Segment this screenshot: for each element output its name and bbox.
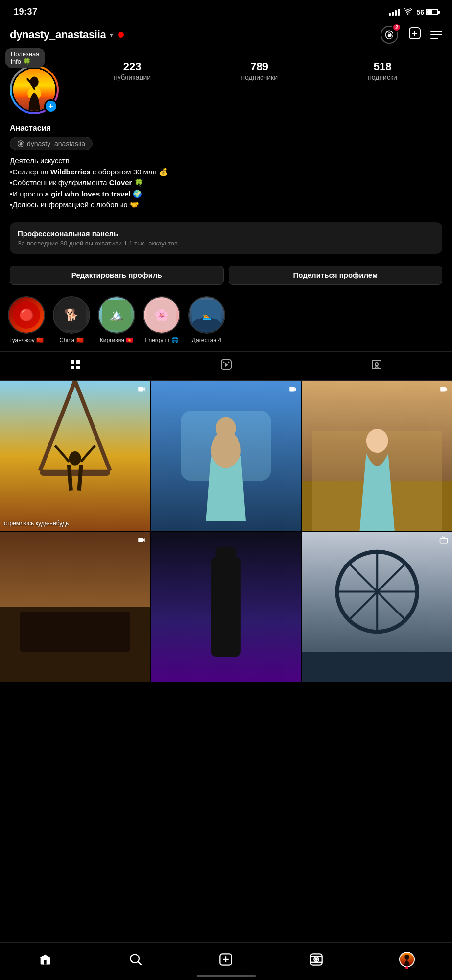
live-indicator — [118, 32, 124, 38]
svg-rect-26 — [372, 360, 381, 369]
post-item-3[interactable] — [302, 381, 452, 531]
svg-point-66 — [404, 955, 409, 960]
svg-rect-45 — [211, 557, 241, 657]
post-item-1[interactable]: стремлюсь куда-нибудь — [0, 381, 150, 531]
stat-followers[interactable]: 789 подписчики — [241, 60, 278, 82]
svg-point-24 — [223, 361, 224, 363]
publications-count: 223 — [114, 60, 151, 73]
battery-level: 56 — [416, 8, 424, 16]
svg-rect-46 — [216, 546, 236, 562]
menu-icon[interactable] — [430, 31, 442, 39]
svg-point-25 — [228, 361, 229, 363]
home-icon — [38, 953, 52, 966]
post-thumbnail-2 — [151, 381, 301, 531]
svg-point-36 — [216, 417, 236, 439]
highlight-label-energy: Energy in 🌐 — [144, 337, 178, 343]
svg-point-62 — [315, 958, 317, 960]
post-thumbnail-5 — [151, 532, 301, 682]
bio-line-3: •И просто a girl who loves to travel 🌍 — [10, 190, 142, 198]
tagged-icon — [371, 359, 382, 373]
post-item-4[interactable] — [0, 532, 150, 682]
content-tabs — [0, 351, 452, 381]
post-item-5[interactable] — [151, 532, 301, 682]
pro-panel-title: Профессиональная панель — [18, 229, 434, 238]
professional-panel[interactable]: Профессиональная панель За последние 30 … — [10, 222, 442, 254]
svg-rect-54 — [440, 538, 448, 543]
pro-panel-subtitle: За последние 30 дней вы охватили 1,1 тыс… — [18, 240, 434, 247]
bio-line-4: •Делюсь информацией с любовью 🤝 — [10, 200, 139, 209]
svg-text:🏔️: 🏔️ — [109, 308, 124, 322]
add-story-button[interactable]: + — [44, 99, 58, 113]
svg-rect-18 — [71, 360, 74, 364]
new-post-nav-icon — [219, 953, 233, 966]
nav-home[interactable] — [33, 949, 57, 970]
status-time: 19:37 — [14, 7, 38, 17]
tab-grid[interactable] — [0, 352, 151, 380]
stat-following[interactable]: 518 подписки — [368, 60, 397, 82]
followers-label: подписчики — [241, 74, 278, 81]
svg-rect-19 — [76, 360, 80, 364]
highlight-kyrgyzstan[interactable]: 🏔️ Киргизия 🇰🇬 — [98, 296, 135, 343]
nav-profile[interactable] — [395, 949, 419, 970]
share-profile-button[interactable]: Поделиться профилем — [229, 266, 443, 285]
edit-profile-button[interactable]: Редактировать профиль — [10, 266, 224, 285]
story-label[interactable]: Полезнаяinfo 🍀 — [5, 48, 45, 68]
svg-marker-23 — [225, 363, 228, 367]
grid-icon — [70, 359, 81, 373]
stats-row: 223 публикации 789 подписчики 518 подпис… — [69, 50, 442, 82]
stat-publications[interactable]: 223 публикации — [114, 60, 151, 82]
highlight-china[interactable]: 🐕 China 🇨🇳 — [53, 296, 90, 343]
bio-section: Анастасия dynasty_anastasiia Деятель иск… — [0, 122, 452, 217]
highlight-dagestan[interactable]: 🏊 Дагестан 4 — [188, 296, 225, 343]
svg-rect-43 — [20, 612, 130, 652]
highlight-circle-dagestan: 🏊 — [188, 296, 225, 334]
svg-rect-21 — [76, 366, 80, 369]
username-row[interactable]: dynasty_anastasiia ▾ — [10, 28, 124, 41]
home-indicator — [197, 975, 256, 977]
svg-text:🌸: 🌸 — [154, 308, 169, 322]
notification-badge: 2 — [392, 23, 401, 32]
status-bar: 19:37 56 — [0, 0, 452, 21]
svg-text:🔴: 🔴 — [19, 308, 34, 322]
nav-avatar — [399, 952, 415, 967]
reel-indicator-2 — [288, 385, 297, 395]
battery-shape — [426, 9, 438, 15]
svg-line-56 — [138, 962, 142, 965]
chevron-down-icon[interactable]: ▾ — [110, 31, 113, 39]
svg-point-27 — [375, 363, 378, 366]
status-icons: 56 — [389, 8, 438, 17]
tab-tagged[interactable] — [301, 352, 452, 380]
bio-line-2: •Собственник фулфилмента Clover 🍀 — [10, 178, 143, 187]
post-item-2[interactable] — [151, 381, 301, 531]
new-post-icon[interactable] — [408, 26, 422, 44]
svg-rect-53 — [302, 652, 452, 682]
highlight-label-china: China 🇨🇳 — [59, 337, 84, 343]
bio-category: Деятель искусств — [10, 156, 70, 165]
battery-indicator: 56 — [416, 8, 438, 16]
nav-search[interactable] — [123, 949, 148, 970]
svg-rect-20 — [71, 366, 74, 369]
threads-button[interactable]: 2 — [380, 25, 399, 45]
svg-rect-31 — [40, 469, 110, 475]
nav-reels[interactable] — [304, 949, 329, 970]
post-item-6[interactable] — [302, 532, 452, 682]
header-actions: 2 — [380, 25, 442, 45]
post-thumbnail-6 — [302, 532, 452, 682]
nav-new-post[interactable] — [214, 949, 238, 970]
profile-header: dynasty_anastasiia ▾ 2 — [0, 21, 452, 50]
highlights-row: 🔴 Гуанчжоу 🇨🇳 🐕 China 🇨🇳 🏔️ — [0, 291, 452, 351]
tab-reels[interactable] — [151, 352, 302, 380]
posts-grid: стремлюсь куда-нибудь — [0, 381, 452, 682]
followers-count: 789 — [241, 60, 278, 73]
post-thumbnail-1 — [0, 381, 150, 531]
highlight-energy[interactable]: 🌸 Energy in 🌐 — [143, 296, 180, 343]
post-thumbnail-3 — [302, 381, 452, 531]
highlight-label-dagestan: Дагестан 4 — [192, 337, 221, 343]
display-name: Анастасия — [10, 124, 442, 133]
profile-info-row: + Полезнаяinfo 🍀 223 публикации 789 подп… — [0, 50, 452, 122]
highlight-guangzhou[interactable]: 🔴 Гуанчжоу 🇨🇳 — [8, 296, 45, 343]
bio-text: Деятель искусств •Селлер на Wildberries … — [10, 155, 442, 211]
post-thumbnail-4 — [0, 532, 150, 682]
username[interactable]: dynasty_anastasiia — [10, 28, 106, 41]
threads-handle[interactable]: dynasty_anastasiia — [10, 137, 93, 150]
